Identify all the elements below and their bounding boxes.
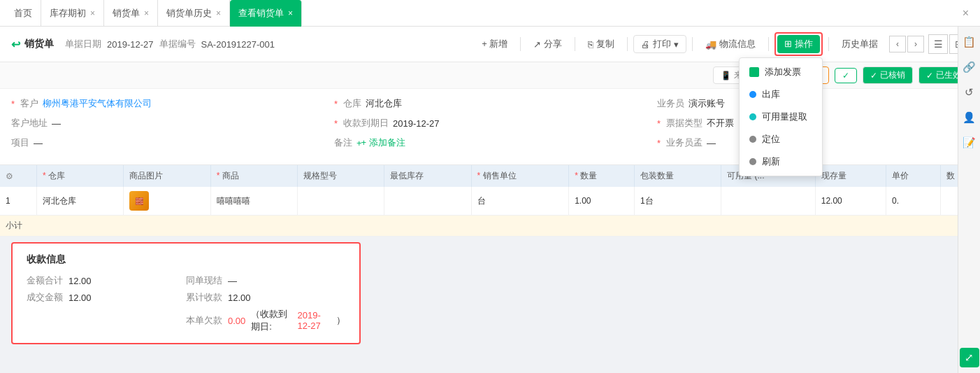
share-button[interactable]: ↗ 分享: [526, 35, 569, 53]
prev-button[interactable]: ‹: [889, 36, 906, 52]
balance-item: 本单欠款 0.00 （收款到期日: 2019-12-27 ）: [186, 308, 345, 333]
logistics-label: 物流信息: [719, 38, 756, 50]
col-unit: 销售单位: [471, 165, 569, 187]
new-button[interactable]: + 新增: [475, 35, 514, 53]
check-chip[interactable]: ✓: [835, 68, 857, 83]
document-header: ↩ 销货单 单据日期 2019-12-27 单据编号 SA-20191227-0…: [0, 27, 980, 62]
warehouse-value: 河北仓库: [366, 97, 402, 110]
tab-inventory-init[interactable]: 库存期初 ×: [41, 0, 104, 27]
close-sales-history[interactable]: ×: [216, 8, 221, 18]
tab-bar: 首页 库存期初 × 销货单 × 销货单历史 × 查看销货单 × ×: [0, 0, 980, 27]
copy-button[interactable]: ⎘ 复制: [581, 35, 621, 53]
close-view-sales[interactable]: ×: [288, 8, 293, 18]
customer-field: * 客户 柳州粤港平安气体有限公司: [11, 97, 323, 110]
copy-label: 复制: [596, 38, 614, 50]
doc-actions: + 新增 ↗ 分享 ⎘ 复制 🖨 打印 ▾ 🚚 物流信息 ⊞: [475, 32, 969, 56]
print-icon: 🖨: [641, 39, 650, 50]
cell-product: 嘻嘻嘻嘻: [210, 187, 297, 216]
col-pack-qty: 包装数量: [634, 165, 721, 187]
amount-value: 12.00: [69, 276, 92, 286]
amount-item: 金额合计 12.00: [27, 274, 186, 287]
tab-view-sales[interactable]: 查看销货单 ×: [230, 0, 302, 27]
menu-locate[interactable]: 定位: [740, 128, 822, 150]
doc-number-label: 单据编号: [159, 38, 196, 50]
tab-sales-order[interactable]: 销货单 ×: [104, 0, 158, 27]
add-invoice-label: 添加发票: [765, 66, 801, 78]
balance-value: 0.00: [228, 316, 245, 326]
history-label: 历史单据: [842, 38, 878, 50]
cell-seq: 1: [0, 187, 37, 216]
history-button[interactable]: 历史单据: [835, 35, 885, 53]
data-table-wrap: ⚙ 仓库 商品图片 商品 规格型号 最低库存 销售单位 数量 包装数量 可用量 …: [0, 164, 980, 237]
available-extract-icon: [749, 113, 756, 120]
balance-note: （收款到期日:: [251, 308, 291, 333]
cumulative-value: 12.00: [228, 293, 251, 303]
cell-product-img: 🧱: [124, 187, 210, 216]
operation-dropdown: 添加发票 出库 可用量提取 定位 刷新: [739, 57, 823, 176]
phone-icon: 📱: [721, 71, 731, 80]
cell-pack-qty: 1台: [634, 187, 721, 216]
balance-close: ）: [336, 314, 345, 327]
menu-add-invoice[interactable]: 添加发票: [740, 61, 822, 83]
col-warehouse: 仓库: [37, 165, 124, 187]
address-label: 客户地址: [11, 117, 48, 129]
sold-chip[interactable]: ✓ 已核销: [863, 66, 913, 84]
sales-person-label: 业务员孟: [666, 136, 702, 149]
operation-wrapper: ⊞ 操作 添加发票 出库 可用量提取: [774, 32, 823, 56]
tab-home[interactable]: 首页: [6, 0, 41, 27]
add-note-text: + 添加备注: [361, 136, 405, 149]
view-list-button[interactable]: ☰: [928, 34, 948, 54]
employee-label: 业务员: [657, 97, 684, 110]
right-panel-icon-5[interactable]: 📝: [960, 133, 979, 153]
tab-sales-history[interactable]: 销货单历史 ×: [158, 0, 230, 27]
form-area: * 客户 柳州粤港平安气体有限公司 * 仓库 河北仓库 业务员 演示账号 客户地…: [0, 89, 980, 164]
amount-label: 金额合计: [27, 274, 63, 287]
customer-label: 客户: [20, 97, 38, 110]
right-panel-expand[interactable]: ⤢: [960, 348, 979, 350]
menu-outbound[interactable]: 出库: [740, 83, 822, 106]
menu-refresh[interactable]: 刷新: [740, 150, 822, 173]
doc-title-text: 销货单: [24, 38, 54, 50]
payment-grid: 金额合计 12.00 同单现结 — 成交金额 12.00 累计收款 12.00 …: [27, 274, 345, 333]
sold-icon: ✓: [870, 71, 877, 80]
add-note-button[interactable]: + + 添加备注: [356, 136, 405, 149]
operation-button[interactable]: ⊞ 操作: [777, 35, 820, 53]
print-label: 打印: [653, 38, 671, 50]
customer-value[interactable]: 柳州粤港平安气体有限公司: [43, 97, 152, 110]
logistics-button[interactable]: 🚚 物流信息: [698, 35, 763, 53]
warehouse-field: * 仓库 河北仓库: [334, 97, 646, 110]
warehouse-label: 仓库: [343, 97, 361, 110]
ticket-type-label: 票据类型: [666, 117, 702, 129]
cell-warehouse: 河北仓库: [37, 187, 124, 216]
close-all-button[interactable]: ×: [957, 7, 974, 20]
locate-icon: [749, 136, 756, 143]
table-header-row: ⚙ 仓库 商品图片 商品 规格型号 最低库存 销售单位 数量 包装数量 可用量 …: [0, 165, 980, 187]
col-settings[interactable]: ⚙: [0, 165, 37, 187]
close-inventory-init[interactable]: ×: [90, 8, 95, 18]
right-panel-icon-1[interactable]: 📋: [960, 32, 979, 52]
col-min-stock: 最低库存: [384, 165, 471, 187]
employee-value: 演示账号: [689, 97, 725, 110]
print-button[interactable]: 🖨 打印 ▾: [633, 35, 686, 53]
ticket-type-value: 不开票: [707, 117, 734, 129]
right-panel-icon-2[interactable]: 🔗: [960, 57, 979, 77]
print-dropdown-icon: ▾: [674, 39, 679, 50]
menu-available-extract[interactable]: 可用量提取: [740, 106, 822, 128]
deal-amount-value: 12.00: [69, 293, 92, 303]
cell-stock: 12.00: [815, 187, 886, 216]
locate-label: 定位: [762, 133, 780, 146]
form-row-1: * 客户 柳州粤港平安气体有限公司 * 仓库 河北仓库 业务员 演示账号: [11, 97, 969, 110]
right-panel-icon-3[interactable]: ↺: [960, 83, 979, 102]
close-sales-order[interactable]: ×: [144, 8, 149, 18]
effective-icon: ✓: [926, 71, 933, 80]
settings-icon[interactable]: ⚙: [6, 171, 13, 181]
deal-amount-item: 成交金额 12.00: [27, 291, 186, 304]
payment-title: 收款信息: [27, 253, 345, 266]
project-label: 项目: [11, 136, 29, 149]
table-row: 1 河北仓库 🧱 嘻嘻嘻嘻 台 1.00 1台 12.00 0.: [0, 187, 980, 216]
new-label: + 新增: [482, 38, 507, 50]
next-button[interactable]: ›: [907, 36, 924, 52]
cell-price: 0.: [886, 187, 941, 216]
right-panel-icon-4[interactable]: 👤: [960, 108, 979, 127]
payment-box: 收款信息 金额合计 12.00 同单现结 — 成交金额 12.00 累计收款 1…: [11, 242, 361, 344]
